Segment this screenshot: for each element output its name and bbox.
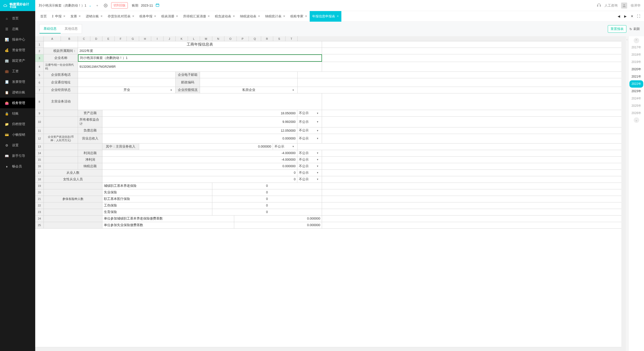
fin-value[interactable]: -4.000000 [102, 150, 297, 156]
col-header-I[interactable]: I [151, 36, 164, 41]
col-header-M[interactable]: M [200, 36, 212, 41]
subtab-basic[interactable]: 基础信息 [39, 24, 61, 33]
disclose-select[interactable]: 不公示 [297, 150, 322, 156]
insurance-count[interactable]: 0 [212, 202, 322, 209]
subtab-other[interactable]: 其他信息 [61, 24, 82, 33]
tab-4[interactable]: 存货别名对照表✕ [105, 11, 137, 22]
tab-close-icon[interactable]: ✕ [337, 15, 339, 18]
fin-value[interactable]: 0.000000 [102, 134, 297, 143]
col-header-P[interactable]: P [237, 36, 249, 41]
tab-10[interactable]: 纳税统计表✕ [263, 11, 288, 22]
collapse-year-panel[interactable]: ‹ [625, 36, 628, 351]
sidebar-item-14[interactable]: ♦畅会员 [0, 161, 35, 172]
col-header-T[interactable]: T [286, 36, 298, 41]
col-header-F[interactable]: F [115, 36, 127, 41]
tab-7[interactable]: 所得税汇算清缴✕ [181, 11, 212, 22]
row-header-24[interactable]: 24 [35, 216, 44, 222]
disclose-select[interactable]: 不公示 [297, 127, 322, 134]
year-2023年[interactable]: 2023年 [629, 88, 643, 95]
year-2020年[interactable]: 2020年 [629, 66, 643, 73]
tab-next-icon[interactable]: ▶ [622, 13, 628, 19]
col-header-D[interactable]: D [90, 36, 103, 41]
row-header-14[interactable]: 14 [35, 150, 44, 156]
disclose-select[interactable]: 不公示 [297, 170, 322, 176]
row-header-15[interactable]: 15 [35, 157, 44, 163]
horizontal-scrollbar[interactable] [35, 347, 621, 351]
year-up-icon[interactable]: ⌃ [634, 38, 639, 43]
avatar[interactable] [621, 3, 627, 9]
main-business-input[interactable] [78, 93, 322, 110]
tab-close-icon[interactable]: ✕ [78, 15, 81, 18]
fin-value[interactable]: 9.992000 [102, 117, 297, 127]
sidebar-item-5[interactable]: 💼工资 [0, 66, 35, 77]
row-header-25[interactable]: 25 [35, 222, 44, 228]
tab-close-icon[interactable]: ✕ [154, 15, 156, 18]
account-select[interactable]: 刘小艳演示账套（勿删勿动！）1 [39, 3, 86, 8]
tab-close-icon[interactable]: ✕ [233, 15, 235, 18]
tab-8[interactable]: 税负波动表✕ [212, 11, 237, 22]
headset-icon[interactable] [597, 3, 601, 8]
plus-icon[interactable]: ＋ [94, 3, 100, 9]
sidebar-item-7[interactable]: 📋进销台账 [0, 87, 35, 98]
col-header-A[interactable]: A [44, 36, 61, 41]
disclose-select[interactable]: 不公示 [297, 163, 322, 169]
disclose-select[interactable]: 不公示 [297, 110, 322, 116]
tab-1[interactable]: 纟申报✕ [49, 11, 68, 22]
tab-12[interactable]: 年报信息申报表✕ [310, 11, 341, 22]
sidebar-item-6[interactable]: 🧾发票管理 [0, 77, 35, 87]
col-header-R[interactable]: R [261, 36, 273, 41]
sidebar-item-4[interactable]: 🏢固定资产 [0, 55, 35, 66]
disclose-select[interactable]: 不公示 [297, 134, 322, 143]
row-header-4[interactable]: 4 [35, 62, 44, 72]
year-down-icon[interactable]: ⌄ [634, 117, 639, 123]
tab-prev-icon[interactable]: ◀ [616, 13, 622, 19]
col-header-K[interactable]: K [176, 36, 188, 41]
row-header-6[interactable]: 6 [35, 78, 44, 87]
tab-close-all-icon[interactable]: ✕ [629, 13, 635, 19]
row-header-22[interactable]: 22 [35, 202, 44, 209]
row-header-19[interactable]: 19 [35, 183, 44, 189]
tab-2[interactable]: 发票✕ [68, 11, 83, 22]
status-select[interactable]: 开业 [78, 87, 176, 93]
fin-value[interactable]: 12.050000 [102, 127, 297, 134]
tab-close-icon[interactable]: ✕ [258, 15, 260, 18]
tab-0[interactable]: 首页 [38, 11, 49, 22]
holding-select[interactable]: 私营企业 [200, 87, 298, 93]
tab-close-icon[interactable]: ✕ [132, 15, 134, 18]
phone-input[interactable] [78, 72, 176, 78]
fin-value[interactable]: -4.000000 [102, 157, 297, 163]
chevron-down-icon[interactable]: ⌄ [89, 4, 92, 7]
refresh-button[interactable]: ↻ 刷新 [629, 27, 640, 31]
user-name[interactable]: 徐泽华 [631, 3, 640, 8]
col-header-S[interactable]: S [273, 36, 286, 41]
postcode-input[interactable] [200, 78, 298, 87]
tab-5[interactable]: 税务申报✕ [137, 11, 159, 22]
col-header-Q[interactable]: Q [249, 36, 261, 41]
row-header-2[interactable]: 2 [35, 48, 44, 54]
tab-close-icon[interactable]: ✕ [208, 15, 210, 18]
base-amount[interactable]: 0.000000 [234, 222, 322, 228]
year-2022年[interactable]: 2022年 [629, 80, 643, 88]
calendar-icon[interactable] [155, 3, 159, 8]
period-value[interactable]: 2023-11 [141, 4, 153, 7]
tab-close-icon[interactable]: ✕ [176, 15, 178, 18]
col-header-J[interactable]: J [164, 36, 176, 41]
tab-11[interactable]: 税检专家✕ [288, 11, 310, 22]
company-name-cell[interactable]: 刘小艳演示账套（勿删勿动！）1 [78, 54, 322, 62]
tab-close-icon[interactable]: ✕ [305, 15, 307, 18]
tab-close-icon[interactable]: ✕ [283, 15, 285, 18]
col-header-B[interactable]: B [61, 36, 78, 41]
row-header-7[interactable]: 7 [35, 87, 44, 93]
fin-value[interactable]: 18.050000 [102, 110, 297, 116]
col-header-G[interactable]: G [127, 36, 139, 41]
female-employee-count[interactable]: 0 [102, 176, 297, 183]
insurance-count[interactable]: 0 [212, 189, 322, 196]
col-header-H[interactable]: H [139, 36, 151, 41]
address-input[interactable] [78, 78, 176, 87]
sidebar-item-0[interactable]: ⌂首页 [0, 13, 35, 24]
sidebar-item-1[interactable]: ☰总账 [0, 24, 35, 34]
row-header-16[interactable]: 16 [35, 163, 44, 169]
email-input[interactable] [200, 72, 298, 78]
old-version-button[interactable]: 切到旧版 [111, 2, 128, 9]
support-link[interactable]: 人工咨询 [605, 3, 618, 8]
